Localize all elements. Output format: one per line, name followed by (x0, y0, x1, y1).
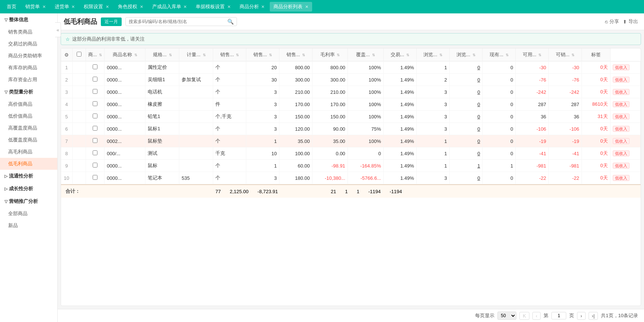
cell-checkbox-2[interactable] (86, 86, 104, 98)
cell-checkbox-9[interactable] (86, 172, 104, 184)
nav-template[interactable]: 单据模板设置 ✕ (192, 2, 234, 12)
nav-sales[interactable]: 销货单 ✕ (22, 2, 49, 12)
nav-product-entry-close[interactable]: ✕ (183, 4, 187, 9)
cell-unit-5: 个 (213, 123, 246, 135)
th-available[interactable]: 可用... ⇅ (516, 48, 549, 61)
nav-role[interactable]: 角色授权 ✕ (114, 2, 147, 12)
row-checkbox-6[interactable] (93, 138, 97, 143)
cell-unit-3: 件 (213, 98, 246, 111)
page-input[interactable] (551, 312, 566, 319)
th-sellable[interactable]: 可销... ⇅ (549, 48, 582, 61)
cell-checkbox-7[interactable] (86, 147, 104, 160)
sidebar-item-high-value[interactable]: 高价值商品 (0, 98, 57, 110)
prev-page-btn[interactable]: ‹ (532, 312, 541, 320)
sidebar-item-high-gross[interactable]: 高毛利商品 (0, 146, 57, 158)
sidebar-item-traded-goods[interactable]: 交易过的商品 (0, 38, 57, 50)
last-page-btn[interactable]: ›| (589, 312, 598, 320)
nav-goods-analysis-list-close[interactable]: ✕ (305, 4, 308, 9)
next-page-btn[interactable]: › (577, 312, 585, 320)
sidebar-item-inventory-goods[interactable]: 有库存的商品 (0, 62, 57, 74)
nav-role-close[interactable]: ✕ (140, 4, 143, 9)
cell-browse1-7[interactable]: 0 (449, 147, 483, 160)
cell-browse1-2[interactable]: 0 (449, 86, 483, 98)
cell-checkbox-6[interactable] (86, 135, 104, 147)
row-checkbox-5[interactable] (93, 126, 97, 131)
cell-browse1-9[interactable]: 0 (449, 172, 483, 184)
row-checkbox-7[interactable] (93, 150, 97, 155)
sidebar-item-low-gross[interactable]: 低毛利商品 (0, 158, 57, 170)
row-checkbox-8[interactable] (93, 163, 97, 168)
sidebar-group-circulation[interactable]: ▷ 流通性分析 (0, 170, 57, 182)
nav-purchase[interactable]: 进货单 ✕ (51, 2, 79, 12)
sidebar-group-growth[interactable]: ▷ 成长性分析 (0, 182, 57, 195)
th-sales-qty[interactable]: 销售... ⇅ (213, 48, 246, 61)
cell-browse1-4[interactable]: 0 (449, 111, 483, 123)
nav-product-entry[interactable]: 产成品入库单 ✕ (148, 2, 191, 12)
table-row: 5 0000... 铅笔1 个,千克 3 150.00 150.00 100% … (61, 111, 641, 123)
sidebar-item-low-coverage[interactable]: 低覆盖度商品 (0, 134, 57, 146)
cell-checkbox-8[interactable] (86, 160, 104, 172)
th-unit[interactable]: 计量... ⇅ (179, 48, 213, 61)
cell-browse1-3[interactable]: 0 (449, 98, 483, 111)
share-btn[interactable]: ⎋ 分享 (605, 18, 619, 25)
th-checkbox[interactable] (72, 48, 86, 61)
nav-goods-analysis-list[interactable]: 商品分析列表 ✕ (270, 2, 312, 12)
th-current[interactable]: 现有... ⇅ (483, 48, 516, 61)
sidebar-item-category-rate[interactable]: 商品分类助销率 (0, 50, 57, 62)
sidebar-item-sales-goods[interactable]: 销售类商品 (0, 26, 57, 38)
sidebar-item-all-goods[interactable]: 全部商品 (0, 208, 57, 220)
row-checkbox-4[interactable] (93, 114, 97, 118)
sidebar-item-low-value[interactable]: 低价值商品 (0, 110, 57, 122)
cell-checkbox-4[interactable] (86, 111, 104, 123)
select-all-checkbox[interactable] (77, 52, 81, 57)
cell-checkbox-3[interactable] (86, 98, 104, 111)
th-gross-rate[interactable]: 毛利率 ⇅ (312, 48, 347, 61)
row-checkbox-1[interactable] (93, 77, 97, 82)
sidebar-group-marketing[interactable]: ▽ 营销推广分析 (0, 195, 57, 208)
arrow-type: ▽ (4, 90, 7, 95)
row-checkbox-2[interactable] (93, 89, 97, 94)
cell-browse1-8[interactable]: 1 (449, 160, 483, 172)
sidebar-group-type[interactable]: ▽ 类型量分析 (0, 86, 57, 98)
th-spec[interactable]: 规格... ⇅ (145, 48, 179, 61)
nav-permission[interactable]: 权限设置 ✕ (80, 2, 113, 12)
nav-permission-close[interactable]: ✕ (106, 4, 109, 9)
th-trade[interactable]: 交易... ⇅ (383, 48, 416, 61)
th-tag[interactable]: 标签 (581, 48, 610, 61)
th-name[interactable]: 商品名称 ⇅ (105, 48, 145, 61)
nav-home[interactable]: 首页 (3, 2, 20, 12)
th-cover-rate[interactable]: 覆盖... ⇅ (347, 48, 383, 61)
table-wrapper[interactable]: ⚙ 商... ⇅ 商品名称 ⇅ 规格... ⇅ 计量... ⇅ 销售... ⇅ … (61, 48, 641, 306)
row-checkbox-0[interactable] (93, 64, 97, 69)
cell-browse1-5[interactable]: 0 (449, 123, 483, 135)
cell-checkbox-5[interactable] (86, 123, 104, 135)
th-code[interactable]: 商... ⇅ (86, 48, 104, 61)
th-sales-amount[interactable]: 销售... ⇅ (279, 48, 312, 61)
sidebar-group-overall[interactable]: ▽ 整体信息 (0, 13, 57, 26)
cell-browse1-6[interactable]: 0 (449, 135, 483, 147)
row-checkbox-3[interactable] (93, 101, 97, 106)
nav-template-close[interactable]: ✕ (227, 4, 231, 9)
th-settings[interactable]: ⚙ (61, 48, 72, 61)
export-btn[interactable]: ⬆ 导出 (623, 18, 638, 25)
nav-sales-close[interactable]: ✕ (42, 4, 46, 9)
cell-checkbox-1[interactable] (86, 74, 104, 86)
row-checkbox-9[interactable] (93, 175, 97, 180)
th-browse2[interactable]: 浏览... ⇅ (449, 48, 483, 61)
sidebar-item-capital[interactable]: 库存资金占用 (0, 74, 57, 86)
sidebar-collapse-btn[interactable]: « (55, 22, 61, 37)
search-input[interactable] (129, 19, 227, 24)
nav-goods-analysis-close[interactable]: ✕ (261, 4, 265, 9)
per-page-select[interactable]: 50 100 (497, 312, 516, 320)
th-browse1[interactable]: 浏览... ⇅ (416, 48, 449, 61)
cell-browse1-1[interactable]: 0 (449, 74, 483, 86)
sidebar-item-new-goods[interactable]: 新品 (0, 220, 57, 232)
sidebar-item-high-coverage[interactable]: 高覆盖度商品 (0, 122, 57, 134)
cell-checkbox-0[interactable] (86, 61, 104, 74)
nav-purchase-close[interactable]: ✕ (71, 4, 75, 9)
nav-goods-analysis[interactable]: 商品分析 ✕ (236, 2, 269, 12)
filter-btn[interactable]: 近一月 (101, 17, 122, 26)
th-sales-price[interactable]: 销售... ⇅ (246, 48, 279, 61)
first-page-btn[interactable]: K (519, 312, 529, 320)
cell-browse1-0[interactable]: 0 (449, 61, 483, 74)
